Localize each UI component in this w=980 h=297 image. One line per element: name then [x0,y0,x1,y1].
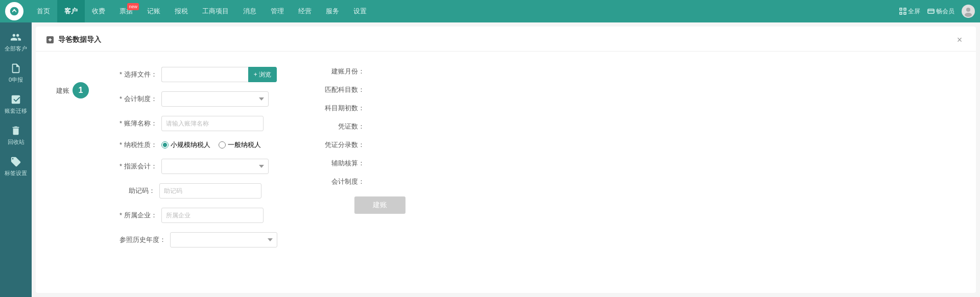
nav-item-business[interactable]: 工商项目 [195,0,236,22]
nav-item-management[interactable]: 管理 [264,0,291,22]
nav-item-settings[interactable]: 设置 [346,0,374,22]
reference-year-select[interactable] [170,232,277,247]
sidebar-label-tag-settings: 标签设置 [5,169,27,177]
reference-year-label: 参照历史年度： [119,235,166,244]
auxiliary-label: 辅助核算： [324,159,365,168]
member-btn[interactable]: 畅会员 [927,7,954,16]
svg-rect-5 [904,12,906,14]
enterprise-row: * 所属企业： [119,208,293,223]
nav-item-fees[interactable]: 收费 [85,0,112,22]
layout: 全部客户 0申报 账套迁移 回收站 标签设置 [0,22,980,297]
form-left: * 选择文件： + 浏览 * 会计制度： [119,67,293,247]
account-system-select[interactable] [161,91,269,107]
radio-small-tax-input[interactable] [161,141,169,148]
form-area: 建账 1 * 选择文件： + 浏览 * 会计制度： [36,52,976,263]
memo-code-input[interactable] [159,183,261,199]
page-title: 导爸数据导入 [46,35,101,44]
accountant-select[interactable] [161,159,269,174]
top-nav: 首页 客户 收费 票据 new 记账 报税 工商项目 消息 管理 经营 服务 设… [0,0,980,22]
page-header: 导爸数据导入 × [36,27,976,52]
file-select-row: * 选择文件： + 浏览 [119,67,293,82]
voucher-entry-row: 凭证分录数： [324,140,436,150]
close-button[interactable]: × [953,34,966,46]
sidebar: 全部客户 0申报 账套迁移 回收站 标签设置 [0,22,32,297]
radio-general-tax[interactable]: 一般纳税人 [219,140,261,150]
user-avatar[interactable] [962,5,975,18]
page-container: 导爸数据导入 × 建账 1 * 选择文件： [36,27,976,293]
sidebar-label-all-customers: 全部客户 [5,45,27,53]
svg-point-9 [966,8,970,12]
nav-item-messages[interactable]: 消息 [236,0,264,22]
ledger-name-input[interactable] [161,116,264,131]
build-month-label: 建账月份： [324,67,365,76]
account-system-label: * 会计制度： [119,94,157,104]
svg-point-0 [10,7,19,16]
memo-code-row: 助记码： [119,183,293,199]
file-input-group: + 浏览 [161,67,277,82]
build-month-row: 建账月份： [324,67,436,76]
svg-rect-6 [928,9,934,13]
build-button[interactable]: 建账 [354,196,405,214]
voucher-entry-label: 凭证分录数： [324,140,365,150]
sidebar-item-tag-settings[interactable]: 标签设置 [0,151,32,182]
nav-item-tickets[interactable]: 票据 new [112,0,140,22]
voucher-count-label: 凭证数： [324,122,365,131]
reference-year-row: 参照历史年度： [119,232,293,247]
right-accounting-system-label: 会计制度： [324,177,365,186]
enterprise-input[interactable] [161,208,264,223]
subject-initial-row: 科目期初数： [324,104,436,113]
nav-item-home[interactable]: 首页 [30,0,57,22]
main-content: 导爸数据导入 × 建账 1 * 选择文件： [32,22,980,297]
step-wrapper: 建账 1 [56,67,89,247]
fullscreen-label: 全屏 [908,7,920,16]
auxiliary-row: 辅助核算： [324,159,436,168]
nav-item-accounting[interactable]: 记账 [140,0,168,22]
radio-small-tax-label: 小规模纳税人 [171,140,210,150]
sidebar-label-zero-declaration: 0申报 [9,76,23,84]
nav-item-customers[interactable]: 客户 [57,0,85,22]
sidebar-item-recycle-bin[interactable]: 回收站 [0,120,32,151]
tax-type-row: * 纳税性质： 小规模纳税人 一般纳税人 [119,140,293,150]
account-system-row: * 会计制度： [119,91,293,107]
svg-rect-4 [900,12,902,14]
tax-type-radio-group: 小规模纳税人 一般纳税人 [161,140,261,150]
radio-small-tax[interactable]: 小规模纳税人 [161,140,210,150]
step-label: 建账 [56,86,69,95]
build-btn-area: 建账 [324,196,436,214]
svg-rect-3 [904,8,906,10]
browse-button[interactable]: + 浏览 [248,67,277,82]
nav-items: 首页 客户 收费 票据 new 记账 报税 工商项目 消息 管理 经营 服务 设… [30,0,899,22]
subject-initial-label: 科目期初数： [324,104,365,113]
memo-code-label: 助记码： [119,186,155,195]
nav-item-operations[interactable]: 经营 [291,0,319,22]
nav-right: 全屏 畅会员 [899,5,975,18]
radio-general-tax-input[interactable] [219,141,226,148]
tax-type-label: * 纳税性质： [119,140,157,150]
radio-general-tax-label: 一般纳税人 [228,140,261,150]
nav-item-tax[interactable]: 报税 [168,0,195,22]
svg-rect-2 [900,8,902,10]
step-circle: 1 [73,82,89,98]
match-subjects-label: 匹配科目数： [324,85,365,94]
accountant-label: * 指派会计： [119,162,157,171]
form-right: 建账月份： 匹配科目数： 科目期初数： 凭证数： [324,67,436,186]
svg-point-1 [13,9,15,11]
sidebar-label-account-migration: 账套迁移 [5,107,27,115]
sidebar-item-zero-declaration[interactable]: 0申报 [0,58,32,89]
match-subjects-row: 匹配科目数： [324,85,436,94]
right-section: 建账月份： 匹配科目数： 科目期初数： 凭证数： [324,67,436,247]
enterprise-label: * 所属企业： [119,211,157,220]
logo[interactable] [5,2,23,20]
file-input[interactable] [161,67,248,82]
file-label: * 选择文件： [119,70,157,79]
sidebar-item-all-customers[interactable]: 全部客户 [0,27,32,58]
fullscreen-btn[interactable]: 全屏 [899,7,920,16]
import-icon [46,36,54,44]
sidebar-item-account-migration[interactable]: 账套迁移 [0,89,32,120]
nav-item-services[interactable]: 服务 [319,0,346,22]
svg-point-10 [965,13,972,17]
right-accounting-system-row: 会计制度： [324,177,436,186]
new-badge: new [127,3,139,10]
voucher-count-row: 凭证数： [324,122,436,131]
ledger-name-row: * 账簿名称： [119,116,293,131]
